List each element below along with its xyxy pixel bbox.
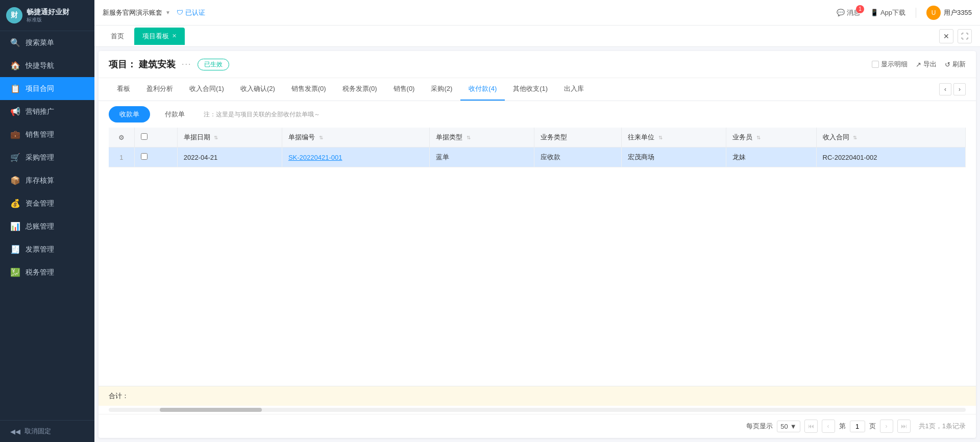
pagination: 每页显示 50 ▼ ⏮ ‹ 第 页 › ⏭ 共1页，1条记录 xyxy=(99,414,976,438)
sidebar-item-project-contract[interactable]: 📋 项目合同 xyxy=(0,77,94,100)
subtab-profit[interactable]: 盈利分析 xyxy=(138,78,181,101)
row-biz-type: 应收款 xyxy=(534,148,622,167)
subtabs: 看板 盈利分析 收入合同(1) 收入确认(2) 销售发票(0) 税务发票(0) … xyxy=(99,78,976,101)
subtab-other-income[interactable]: 其他收支(1) xyxy=(505,78,556,101)
row-partner: 宏茂商场 xyxy=(621,148,726,167)
subtab-next-button[interactable]: › xyxy=(953,83,966,95)
marketing-icon: 📢 xyxy=(10,107,20,116)
refresh-button[interactable]: ↺ 刷新 xyxy=(945,60,966,69)
inventory-icon: 📦 xyxy=(10,176,20,185)
sidebar-item-quicknav[interactable]: 🏠 快捷导航 xyxy=(0,54,94,77)
inner-tab-note: 注：这里是与项目关联的全部收付款单哦～ xyxy=(204,110,320,119)
sales-icon: 💼 xyxy=(10,130,20,139)
subtab-income-contract[interactable]: 收入合同(1) xyxy=(181,78,232,101)
row-salesperson: 龙妹 xyxy=(726,148,816,167)
table-footer-sum: 合计： xyxy=(99,386,976,406)
first-page-button[interactable]: ⏮ xyxy=(804,420,818,433)
tab-project-board[interactable]: 项目看板 ✕ xyxy=(134,28,185,45)
income-contract-header[interactable]: 收入合同 ⇅ xyxy=(816,128,965,148)
scrollbar-thumb[interactable] xyxy=(160,408,262,412)
sidebar-item-marketing[interactable]: 📢 营销推广 xyxy=(0,100,94,123)
export-icon: ↗ xyxy=(916,61,921,68)
sidebar-item-search[interactable]: 🔍 搜索菜单 xyxy=(0,31,94,54)
settings-header[interactable]: ⚙ xyxy=(109,128,134,148)
project-more-button[interactable]: ··· xyxy=(182,60,191,69)
user-menu[interactable]: U 用户3355 xyxy=(926,6,972,20)
content-area: 项目： 建筑安装 ··· 已生效 显示明细 ↗ 导出 ↺ 刷新 xyxy=(99,51,976,438)
subtab-board[interactable]: 看板 xyxy=(109,78,138,101)
tab-maximize-button[interactable]: ⛶ xyxy=(958,29,972,43)
app-download-button[interactable]: 📱 App下载 xyxy=(870,8,905,17)
next-page-button[interactable]: › xyxy=(880,420,893,433)
messages-button[interactable]: 💬 消息 1 xyxy=(837,8,860,17)
project-status-badge: 已生效 xyxy=(198,59,229,70)
sidebar-item-invoice[interactable]: 🧾 发票管理 xyxy=(0,238,94,261)
subtab-prev-button[interactable]: ‹ xyxy=(939,83,951,95)
avatar: U xyxy=(926,6,941,20)
subtab-sales-invoice[interactable]: 销售发票(0) xyxy=(283,78,334,101)
subtab-inout[interactable]: 出入库 xyxy=(556,78,592,101)
row-type: 蓝单 xyxy=(430,148,534,167)
date-sort-icon: ⇅ xyxy=(214,135,218,140)
workspace-name: 新服务官网演示账套 xyxy=(103,8,162,17)
date-header[interactable]: 单据日期 ⇅ xyxy=(177,128,282,148)
search-icon: 🔍 xyxy=(10,38,20,47)
partner-sort-icon: ⇅ xyxy=(658,135,663,140)
subtab-tax-invoice[interactable]: 税务发票(0) xyxy=(334,78,385,101)
tab-home[interactable]: 首页 xyxy=(103,28,132,45)
horizontal-scrollbar[interactable] xyxy=(109,408,966,412)
export-button[interactable]: ↗ 导出 xyxy=(916,60,937,69)
message-icon: 💬 xyxy=(837,9,845,16)
row-checkbox[interactable] xyxy=(134,148,177,167)
project-header-actions: 显示明细 ↗ 导出 ↺ 刷新 xyxy=(872,60,966,69)
code-header[interactable]: 单据编号 ⇅ xyxy=(282,128,429,148)
row-code[interactable]: SK-20220421-001 xyxy=(282,148,429,167)
sidebar-item-inventory[interactable]: 📦 库存核算 xyxy=(0,169,94,192)
settings-icon[interactable]: ⚙ xyxy=(118,134,125,141)
main-area: 新服务官网演示账套 ▼ 🛡 已认证 💬 消息 1 📱 App下载 U 用户335… xyxy=(94,0,980,442)
inner-tab-payment[interactable]: 付款单 xyxy=(154,106,195,122)
select-all-checkbox[interactable] xyxy=(141,133,148,140)
sidebar-menu: 🔍 搜索菜单 🏠 快捷导航 📋 项目合同 📢 营销推广 💼 销售管理 🛒 采购管… xyxy=(0,31,94,420)
partner-header[interactable]: 往来单位 ⇅ xyxy=(621,128,726,148)
subtab-purchase[interactable]: 采购(2) xyxy=(423,78,460,101)
project-title: 项目： 建筑安装 xyxy=(109,58,176,70)
sidebar-cancel-fixed[interactable]: ◀◀ 取消固定 xyxy=(0,420,94,442)
app-logo-text: 畅捷通好业财 标准版 xyxy=(27,7,69,23)
show-detail-checkbox[interactable]: 显示明细 xyxy=(872,60,908,69)
last-page-button[interactable]: ⏭ xyxy=(897,420,911,433)
type-header[interactable]: 单据类型 ⇅ xyxy=(430,128,534,148)
sidebar-item-sales[interactable]: 💼 销售管理 xyxy=(0,123,94,146)
row-select-checkbox[interactable] xyxy=(141,153,148,160)
per-page-arrow-icon: ▼ xyxy=(790,423,797,430)
table-row[interactable]: 1 2022-04-21 SK-20220421-001 蓝单 xyxy=(109,148,966,167)
inner-tabs: 收款单 付款单 注：这里是与项目关联的全部收付款单哦～ xyxy=(99,101,976,128)
prev-page-button[interactable]: ‹ xyxy=(822,420,835,433)
sidebar-logo: 财 畅捷通好业财 标准版 xyxy=(0,0,94,31)
sidebar-item-ledger[interactable]: 📊 总账管理 xyxy=(0,215,94,238)
subtab-sales[interactable]: 销售(0) xyxy=(385,78,423,101)
sidebar-item-tax[interactable]: 💹 税务管理 xyxy=(0,261,94,284)
tab-close-icon[interactable]: ✕ xyxy=(172,33,177,39)
salesperson-sort-icon: ⇅ xyxy=(756,135,761,140)
project-header: 项目： 建筑安装 ··· 已生效 显示明细 ↗ 导出 ↺ 刷新 xyxy=(99,51,976,78)
inner-tab-receipt[interactable]: 收款单 xyxy=(109,106,150,122)
page-number-input[interactable] xyxy=(850,421,865,432)
tabbar: 首页 项目看板 ✕ ✕ ⛶ xyxy=(94,26,980,47)
salesperson-header[interactable]: 业务员 ⇅ xyxy=(726,128,816,148)
checkbox-header[interactable] xyxy=(134,128,177,148)
sidebar-item-purchase[interactable]: 🛒 采购管理 xyxy=(0,146,94,169)
shield-icon: 🛡 xyxy=(177,9,183,16)
subtab-payment[interactable]: 收付款(4) xyxy=(460,78,505,101)
table-scrollbar[interactable] xyxy=(99,406,976,414)
row-income-contract: RC-20220401-002 xyxy=(816,148,965,167)
tax-icon: 💹 xyxy=(10,267,20,277)
per-page-select[interactable]: 50 ▼ xyxy=(777,421,800,432)
workspace-selector[interactable]: 新服务官网演示账套 ▼ xyxy=(103,8,170,17)
topbar-divider xyxy=(916,8,916,18)
type-sort-icon: ⇅ xyxy=(467,135,471,140)
subtab-income-confirm[interactable]: 收入确认(2) xyxy=(232,78,283,101)
row-seq: 1 xyxy=(109,148,134,167)
sidebar-item-finance[interactable]: 💰 资金管理 xyxy=(0,192,94,215)
tab-close-window-button[interactable]: ✕ xyxy=(939,29,953,43)
